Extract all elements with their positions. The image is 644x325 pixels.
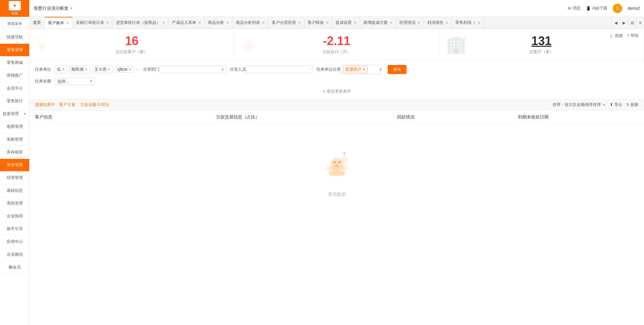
category-label: 往来单位分类 (316, 67, 341, 72)
sidebar-item-basic[interactable]: 基础信息 (0, 184, 29, 197)
sidebar-item-ecommerce[interactable]: 电商管理 (0, 120, 29, 133)
tab-prev-button[interactable]: ◀ (612, 17, 620, 29)
search-menu-button[interactable]: 搜索菜单 (2, 20, 27, 28)
tab-customer-tier[interactable]: 客户分层经营 ✕ (268, 17, 304, 29)
close-icon[interactable]: ✕ (298, 21, 301, 25)
help-label: 帮助 (631, 33, 639, 39)
tab-goods-analysis-list[interactable]: 商品分析列表 ✕ (232, 17, 268, 29)
category-selected-label: 普通客户 (345, 67, 361, 72)
sort-selector[interactable]: 排序：按欠款金额倒序排序 ▼ (553, 102, 606, 108)
tag-chen-label: 陈民强 (72, 67, 84, 72)
tab-profit-report[interactable]: 利润报告 ✕ (424, 17, 452, 29)
tab-new-prompt[interactable]: 新增提成方案 ✕ (360, 17, 396, 29)
stats-actions: ▷ 视频 ? 帮助 (610, 33, 639, 39)
sidebar-item-wechat[interactable]: 企业微信 (0, 248, 29, 261)
tag-chen-close[interactable]: ✕ (85, 67, 88, 72)
tab-cost-inbound[interactable]: 产成品入库单 ✕ (169, 17, 205, 29)
phone-icon: 📱 (586, 6, 591, 11)
sidebar-item-inventory[interactable]: 库存核算 (0, 146, 29, 159)
tab-inbound-stats[interactable]: 进货单统计表（按商品） ✕ (113, 17, 169, 29)
username-label[interactable]: demo2 (628, 6, 640, 11)
close-icon[interactable]: ✕ (226, 21, 229, 25)
sidebar-item-system[interactable]: 系统管理 (0, 197, 29, 210)
sidebar-logo[interactable]: ✦ 标版 (0, 0, 29, 17)
total-customers-label: 总欠款客户（家） (116, 49, 148, 55)
tag-wang-label: 王小亮 (94, 67, 106, 72)
close-icon[interactable]: ✕ (418, 21, 420, 25)
col-customer-info: 客户信息 (35, 114, 216, 120)
result-actions: 排序：按欠款金额倒序排序 ▼ ⬆ 导出 ↻ 刷新 (553, 102, 639, 108)
collapse-filter-button[interactable]: ∧ 收起更多条件 (323, 88, 351, 97)
tab-next-button[interactable]: ▶ (620, 17, 628, 29)
export-button[interactable]: ⬆ 导出 (610, 102, 622, 108)
tab-prompt-settings[interactable]: 提成设置 ✕ (332, 17, 360, 29)
tab-biz-status[interactable]: 经营情况 ✕ (396, 17, 424, 29)
query-button[interactable]: 查询 (388, 65, 406, 74)
close-icon[interactable]: ✕ (106, 21, 109, 25)
close-icon[interactable]: ✕ (66, 21, 69, 25)
sidebar-item-purchase[interactable]: 采购管理 (0, 133, 29, 146)
tag-wu-close[interactable]: ✕ (62, 67, 65, 72)
sidebar-item-quick-nav[interactable]: 快捷导航 (0, 31, 29, 44)
message-button[interactable]: ✉ 消息 (568, 5, 581, 11)
balance-select[interactable]: 选择... (54, 78, 95, 85)
sidebar-item-member-center[interactable]: 会员中心 (0, 82, 29, 95)
tab-customer-contact[interactable]: 客户联络 ✕ (304, 17, 332, 29)
sidebar-item-enterprise[interactable]: 企业协同 (0, 210, 29, 223)
refresh-button[interactable]: ↻ 刷新 (626, 102, 639, 108)
video-label: 视频 (615, 33, 623, 39)
sidebar-item-app-center[interactable]: 应用中心 (0, 236, 29, 248)
tab-retail-profit[interactable]: 零售利润（ ✕ (452, 17, 484, 29)
sidebar-item-member[interactable]: 畅会员 (0, 261, 29, 274)
tab-purchase-order[interactable]: 采购订单统计表 ✕ (73, 17, 113, 29)
tag-cjttcw-close[interactable]: ✕ (128, 67, 131, 72)
sidebar-search-area: 搜索菜单 (0, 17, 29, 31)
result-prefix: 搜索结果中，客户 (35, 102, 67, 107)
close-icon[interactable]: ✕ (354, 21, 356, 25)
close-icon[interactable]: ✕ (326, 21, 329, 25)
sidebar-item-guide[interactable]: 新手引导 (0, 223, 29, 236)
sidebar-item-wholesale[interactable]: 批发管理 ▼ (0, 108, 29, 120)
unit-filter-label: 往来单位 (35, 67, 51, 72)
close-icon[interactable]: ✕ (477, 21, 480, 25)
chevron-down-icon: ▼ (602, 103, 606, 107)
department-label: 分管部门 (143, 67, 159, 72)
tab-home[interactable]: 首页 (30, 17, 45, 29)
app-download-button[interactable]: 📱 App下载 (586, 5, 607, 11)
help-button[interactable]: ? 帮助 (627, 33, 639, 39)
sidebar-item-capital[interactable]: 资金管理 (0, 159, 29, 172)
money-bg-icon: ¥ (36, 34, 47, 55)
stat-total-customers: ¥ 16 总欠款客户（家） (30, 29, 234, 60)
main-area: 母婴行业演示帐套 ▼ ✉ 消息 📱 App下载 D demo2 首页 客户账本 … (30, 0, 644, 325)
sidebar-item-retail-stats[interactable]: 零售统计 (0, 95, 29, 108)
close-icon[interactable]: ✕ (198, 21, 201, 25)
purchase-order-label: 采购订单统计表 (76, 20, 104, 26)
sidebar-item-retail-mall[interactable]: 零售商城 (0, 57, 29, 69)
video-button[interactable]: ▷ 视频 (610, 33, 623, 39)
topbar-left: 母婴行业演示帐套 ▼ (34, 5, 73, 11)
tab-customer-ledger[interactable]: 客户账本 ✕ (45, 17, 73, 29)
department-input[interactable] (159, 66, 226, 73)
category-tag-close[interactable]: ✕ (362, 67, 366, 72)
close-icon[interactable]: ✕ (262, 21, 265, 25)
person-input[interactable] (246, 66, 313, 73)
account-selector[interactable]: 母婴行业演示帐套 ▼ (34, 5, 73, 11)
more-tags-button[interactable]: ··· (136, 67, 140, 72)
close-icon[interactable]: ✕ (445, 21, 448, 25)
sidebar-item-operations[interactable]: 经营管理 (0, 172, 29, 184)
sidebar-item-marketing[interactable]: 营销推广 (0, 69, 29, 82)
tag-wang-close[interactable]: ✕ (108, 67, 111, 72)
stats-bar: ¥ 16 总欠款客户（家） ◈ -2.11 欠款合计（万） 🏢 131 总客户（… (30, 29, 644, 61)
message-icon: ✉ (568, 6, 571, 11)
close-icon[interactable]: ✕ (390, 21, 392, 25)
refresh-label: 刷新 (631, 102, 639, 108)
person-filter-wrap: 分管人员 ··· (230, 66, 313, 73)
user-avatar[interactable]: D (613, 4, 622, 13)
tab-close-all-button[interactable]: ✕ (636, 17, 644, 29)
svg-point-16 (343, 152, 345, 154)
total-customers-value: 16 (125, 34, 138, 48)
sidebar-item-retail[interactable]: 零售管理 (0, 44, 29, 57)
tab-goods-analysis[interactable]: 商品分析 ✕ (205, 17, 232, 29)
tab-expand-button[interactable]: ⊞ (628, 17, 636, 29)
close-icon[interactable]: ✕ (162, 21, 165, 25)
